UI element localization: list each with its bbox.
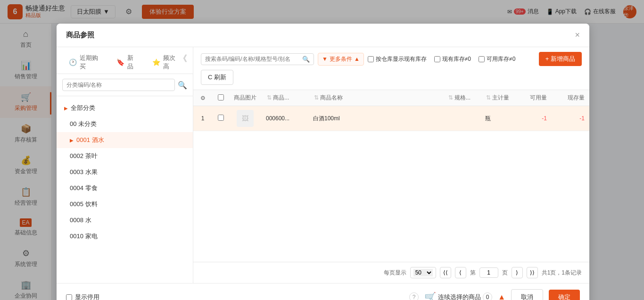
category-arrow-alcohol: ▶ [70,138,74,143]
header-row: ⚙ 商品图片 ⇅ 商品... [193,90,589,106]
category-tea[interactable]: 0002 茶叶 [57,148,193,164]
help-icon[interactable]: ? [409,292,419,300]
category-unclassified[interactable]: 00 未分类 [57,116,193,132]
checkbox-current-input[interactable] [434,56,440,62]
col-unit-header[interactable]: ⇅ 主计量 [480,90,514,106]
confirm-button[interactable]: 确定 [549,290,580,300]
checkbox-warehouse-stock[interactable]: 按仓库显示现有库存 [368,55,427,63]
filter-arrow-icon: ▲ [354,56,360,62]
category-label-snacks: 0004 零食 [70,184,98,192]
checkbox-available-label: 可用库存≠0 [487,55,515,63]
cart-count-badge: 0 [483,292,492,300]
col-avail-label: 可用量 [530,94,547,101]
sort-icon-name: ⇅ [314,94,319,101]
table-header: ⚙ 商品图片 ⇅ 商品... [193,90,589,106]
toolbar: 🔍 ▼ 更多条件 ▲ 按仓库显示现有库存 现有库存≠0 [193,47,589,90]
sort-icon-spec: ⇅ [448,94,453,101]
next-page-button[interactable]: ⟩ [512,267,523,278]
show-disabled-checkbox[interactable]: 显示停用 [66,293,99,300]
checkbox-warehouse-input[interactable] [368,56,374,62]
col-check-header [212,90,229,106]
cart-button[interactable]: 🛒 连续选择的商品 0 [424,292,492,300]
per-page-dropdown[interactable]: 10 20 50 100 [413,269,433,276]
tab-new-products[interactable]: 🔖 新品 [110,51,146,74]
product-table: ⚙ 商品图片 ⇅ 商品... [193,90,589,131]
category-label-appliance: 0010 家电 [70,232,98,241]
product-search-input[interactable] [205,56,299,62]
checkbox-warehouse-label: 按仓库显示现有库存 [376,55,427,63]
checkbox-current-label: 现有库存≠0 [442,55,471,63]
category-all[interactable]: ▶ 全部分类 [57,100,193,116]
col-stock-header[interactable]: 现存量 [552,90,589,106]
table-body: 1 🖼 000600... 白酒100ml [193,106,589,131]
footer-left: 显示停用 [66,293,99,300]
col-spec-header[interactable]: ⇅ 规格... [443,90,480,106]
category-search-input[interactable] [62,79,175,91]
continuous-label: 连续选择的商品 [438,293,481,300]
table-row[interactable]: 1 🖼 000600... 白酒100ml [193,106,589,131]
tab-recent-label: 近期购买 [80,54,103,71]
modal-header: 商品参照 × [57,24,589,47]
last-page-button[interactable]: ⟩⟩ [527,267,538,278]
prev-page-button[interactable]: ⟨ [455,267,466,278]
col-avail-header[interactable]: 可用量 [514,90,552,106]
modal-title: 商品参照 [66,31,94,40]
per-page-select[interactable]: 10 20 50 100 [410,267,436,278]
category-drinks[interactable]: 0005 饮料 [57,196,193,212]
col-code-header[interactable]: ⇅ 商品... [261,90,308,106]
cell-unit: 瓶 [480,106,514,131]
category-alcohol[interactable]: ▶ 0001 酒水 [57,132,193,148]
more-filter-button[interactable]: ▼ 更多条件 ▲ [318,53,364,66]
product-search-box: 🔍 [201,53,314,65]
add-product-button[interactable]: + 新增商品 [539,52,582,66]
col-code-label: 商品... [273,94,289,101]
show-disabled-input[interactable] [66,294,72,300]
page-input[interactable] [479,267,498,278]
row-checkbox[interactable] [218,115,224,121]
category-fruit[interactable]: 0003 水果 [57,164,193,180]
page-unit-label: 页 [502,269,508,277]
show-disabled-label: 显示停用 [75,293,99,300]
refresh-button[interactable]: C 刷新 [201,70,233,85]
checkbox-current-stock[interactable]: 现有库存≠0 [434,55,471,63]
checkbox-available-stock[interactable]: 可用库存≠0 [479,55,515,63]
total-label: 共1页，1条记录 [542,269,582,277]
settings-icon[interactable]: ⚙ [200,95,206,101]
modal-close-button[interactable]: × [575,30,580,40]
cell-name: 白酒100ml [308,106,443,131]
new-icon: 🔖 [116,58,124,66]
per-page-label: 每页显示 [384,269,406,277]
col-img-header: 商品图片 [229,90,261,106]
category-snacks[interactable]: 0004 零食 [57,180,193,196]
cell-stock: -1 [552,106,589,131]
category-search-icon[interactable]: 🔍 [178,81,187,90]
modal-body: 🕐 近期购买 🔖 新品 ⭐ 频次高 《 🔍 [57,47,589,283]
cancel-button[interactable]: 取消 [511,289,543,300]
col-img-label: 商品图片 [234,94,256,101]
sort-icon-code: ⇅ [267,94,272,101]
collapse-footer-icon[interactable]: ▲ [498,293,505,300]
col-name-header[interactable]: ⇅ 商品名称 [308,90,443,106]
category-label-water: 0008 水 [70,216,91,225]
col-stock-label: 现存量 [568,94,585,101]
category-label-all: 全部分类 [71,104,95,112]
first-page-button[interactable]: ⟨⟨ [440,267,451,278]
frequent-icon: ⭐ [152,58,160,66]
checkbox-available-input[interactable] [479,56,485,62]
category-label-fruit: 0003 水果 [70,168,98,176]
category-appliance[interactable]: 0010 家电 [57,228,193,244]
category-water[interactable]: 0008 水 [57,212,193,228]
category-label-tea: 0002 茶叶 [70,152,98,160]
cell-code: 000600... [261,106,308,131]
recent-icon: 🕐 [69,58,77,66]
tab-recent-purchase[interactable]: 🕐 近期购买 [62,51,110,74]
footer-right: ? 🛒 连续选择的商品 0 ▲ 取消 确定 [409,289,580,300]
select-all-checkbox[interactable] [218,94,224,100]
product-search-icon[interactable]: 🔍 [302,56,310,63]
cart-icon: 🛒 [424,292,436,300]
category-list: ▶ 全部分类 00 未分类 ▶ 0001 酒水 0002 茶叶 0003 水果 [57,96,193,283]
collapse-button[interactable]: 《 [177,51,189,66]
col-name-label: 商品名称 [320,94,343,101]
cell-check [212,106,229,131]
left-panel: 🕐 近期购买 🔖 新品 ⭐ 频次高 《 🔍 [57,47,193,283]
